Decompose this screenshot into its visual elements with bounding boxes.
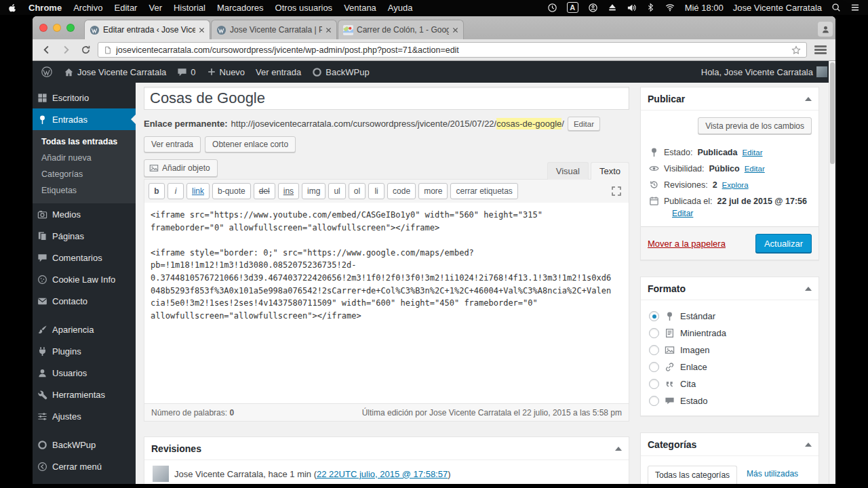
tab-google-maps[interactable]: Carrer de Colón, 1 - Goog bbox=[338, 20, 464, 39]
close-tab-icon[interactable] bbox=[452, 27, 458, 33]
qt-more-button[interactable]: more bbox=[418, 183, 448, 199]
time-machine-icon[interactable] bbox=[547, 3, 557, 13]
qt-bold-button[interactable]: b bbox=[149, 183, 165, 199]
format-option-estado[interactable]: Estado bbox=[649, 396, 810, 406]
sidebar-subitem-anadir-nueva[interactable]: Añadir nueva bbox=[33, 150, 136, 166]
sidebar-item-contacto[interactable]: Contacto bbox=[33, 290, 136, 312]
eject-icon[interactable] bbox=[608, 3, 617, 12]
toggle-panel-icon[interactable] bbox=[805, 439, 812, 447]
radio-button[interactable] bbox=[649, 362, 659, 372]
sidebar-subitem-etiquetas[interactable]: Etiquetas bbox=[33, 182, 136, 199]
tab-texto[interactable]: Texto bbox=[591, 162, 629, 180]
sidebar-item-usuarios[interactable]: Usuarios bbox=[33, 362, 136, 384]
view-post-menu[interactable]: Ver entrada bbox=[250, 61, 307, 83]
sidebar-item-entradas[interactable]: Entradas bbox=[33, 108, 136, 130]
radio-button[interactable] bbox=[649, 379, 659, 389]
chrome-profile-button[interactable] bbox=[818, 22, 833, 37]
tab-most-used[interactable]: Más utilizadas bbox=[747, 469, 798, 484]
revision-link[interactable]: 22 22UTC julio, 2015 @ 17:58:57 bbox=[317, 469, 448, 479]
menu-chrome[interactable]: Chrome bbox=[28, 3, 62, 13]
toggle-panel-icon[interactable] bbox=[615, 443, 622, 451]
revisions-header[interactable]: Revisiones bbox=[144, 437, 629, 460]
permalink-slug[interactable]: cosas-de-google bbox=[496, 118, 561, 129]
format-option-minientrada[interactable]: Minientrada bbox=[649, 328, 810, 338]
site-name-menu[interactable]: Jose Vicente Carratala bbox=[58, 61, 172, 83]
edit-date-link[interactable]: Editar bbox=[672, 209, 693, 218]
fullscreen-icon[interactable] bbox=[611, 186, 625, 197]
sidebar-subitem-categorias[interactable]: Categorías bbox=[33, 166, 136, 182]
preview-changes-button[interactable]: Vista previa de los cambios bbox=[698, 117, 812, 134]
qt-del-button[interactable]: del bbox=[254, 183, 275, 199]
edit-permalink-button[interactable]: Editar bbox=[568, 117, 600, 131]
sidebar-item-ajustes[interactable]: Ajustes bbox=[33, 405, 136, 427]
menu-marcadores[interactable]: Marcadores bbox=[217, 3, 264, 13]
backwpup-menu[interactable]: BackWPup bbox=[307, 61, 374, 83]
update-button[interactable]: Actualizar bbox=[755, 234, 812, 253]
format-option-estandar[interactable]: Estándar bbox=[649, 311, 810, 321]
toggle-panel-icon[interactable] bbox=[805, 94, 812, 101]
sidebar-item-paginas[interactable]: Páginas bbox=[33, 225, 136, 247]
post-content-textarea[interactable]: <iframe src="https://www.youtube.com/emb… bbox=[144, 203, 629, 403]
post-title-input[interactable]: Cosas de Google bbox=[144, 87, 629, 110]
menu-otros-usuarios[interactable]: Otros usuarios bbox=[275, 3, 333, 13]
wp-logo-menu[interactable] bbox=[35, 61, 58, 83]
sidebar-item-escritorio[interactable]: Escritorio bbox=[33, 87, 136, 108]
spotlight-icon[interactable] bbox=[831, 3, 841, 12]
format-option-enlace[interactable]: Enlace bbox=[649, 362, 810, 372]
sidebar-item-comentarios[interactable]: Comentarios bbox=[33, 247, 136, 268]
tab-jose-vicente-carratala[interactable]: Jose Vicente Carratala | Pr bbox=[211, 20, 337, 39]
sidebar-item-backwpup[interactable]: BackWPup bbox=[33, 434, 136, 455]
chrome-menu-icon[interactable] bbox=[812, 43, 829, 58]
publish-header[interactable]: Publicar bbox=[641, 87, 818, 110]
my-account-menu[interactable]: Hola, Jose Vicente Carratala bbox=[696, 61, 833, 83]
forward-button[interactable] bbox=[58, 43, 73, 58]
menu-ayuda[interactable]: Ayuda bbox=[388, 3, 413, 13]
add-media-button[interactable]: Añadir objeto bbox=[144, 159, 218, 177]
scrollbar-thumb[interactable] bbox=[830, 62, 835, 164]
sidebar-item-plugins[interactable]: Plugins bbox=[33, 340, 136, 362]
get-shortlink-button[interactable]: Obtener enlace corto bbox=[205, 136, 296, 152]
page-scrollbar[interactable] bbox=[829, 61, 835, 484]
sidebar-item-cookie-law-info[interactable]: Cookie Law Info bbox=[33, 268, 136, 290]
qt-ins-button[interactable]: ins bbox=[278, 183, 299, 199]
input-source-icon[interactable]: A bbox=[567, 2, 578, 13]
qt-code-button[interactable]: code bbox=[387, 183, 416, 199]
wifi-icon[interactable] bbox=[665, 3, 675, 12]
menu-editar[interactable]: Editar bbox=[114, 3, 137, 13]
radio-button[interactable] bbox=[649, 396, 659, 406]
menu-archivo[interactable]: Archivo bbox=[73, 3, 102, 13]
radio-button[interactable] bbox=[649, 345, 659, 355]
format-header[interactable]: Formato bbox=[641, 277, 818, 300]
close-tab-icon[interactable] bbox=[326, 27, 332, 33]
apple-menu-icon[interactable] bbox=[8, 3, 17, 13]
sidebar-subitem-todas-las-entradas[interactable]: Todas las entradas bbox=[33, 134, 136, 150]
sidebar-item-apariencia[interactable]: Apariencia bbox=[33, 319, 136, 340]
menu-historial[interactable]: Historial bbox=[174, 3, 205, 13]
qt-close-tags-button[interactable]: cerrar etiquetas bbox=[450, 183, 517, 199]
menu-ventana[interactable]: Ventana bbox=[344, 3, 376, 13]
menu-user-name[interactable]: Jose Vicente Carratala bbox=[733, 3, 822, 13]
format-option-imagen[interactable]: Imagen bbox=[649, 345, 810, 355]
edit-status-link[interactable]: Editar bbox=[742, 148, 762, 157]
bluetooth-icon[interactable] bbox=[646, 3, 655, 12]
notification-center-icon[interactable] bbox=[850, 3, 860, 12]
qt-blockquote-button[interactable]: b-quote bbox=[212, 183, 251, 199]
minimize-window-button[interactable] bbox=[53, 24, 61, 32]
menu-clock[interactable]: Mié 18:00 bbox=[685, 3, 724, 13]
back-button[interactable] bbox=[39, 43, 54, 58]
tab-editar-entrada[interactable]: Editar entrada ‹ Jose Vicen bbox=[84, 20, 210, 39]
address-bar[interactable]: josevicentecarratala.com/cursowordpress/… bbox=[98, 42, 807, 58]
accessibility-icon[interactable] bbox=[588, 3, 598, 13]
radio-button[interactable] bbox=[649, 328, 659, 338]
bookmark-star-icon[interactable] bbox=[791, 45, 801, 55]
volume-icon[interactable] bbox=[627, 3, 637, 13]
radio-button[interactable] bbox=[649, 311, 659, 321]
sidebar-item-cerrar-menu[interactable]: Cerrar menú bbox=[33, 455, 136, 477]
sidebar-item-herramientas[interactable]: Herramientas bbox=[33, 384, 136, 405]
view-post-button[interactable]: Ver entrada bbox=[144, 136, 201, 152]
zoom-window-button[interactable] bbox=[66, 24, 75, 32]
qt-li-button[interactable]: li bbox=[368, 183, 384, 199]
toggle-panel-icon[interactable] bbox=[805, 283, 812, 291]
move-to-trash-link[interactable]: Mover a la papelera bbox=[648, 239, 726, 249]
qt-ol-button[interactable]: ol bbox=[349, 183, 366, 199]
